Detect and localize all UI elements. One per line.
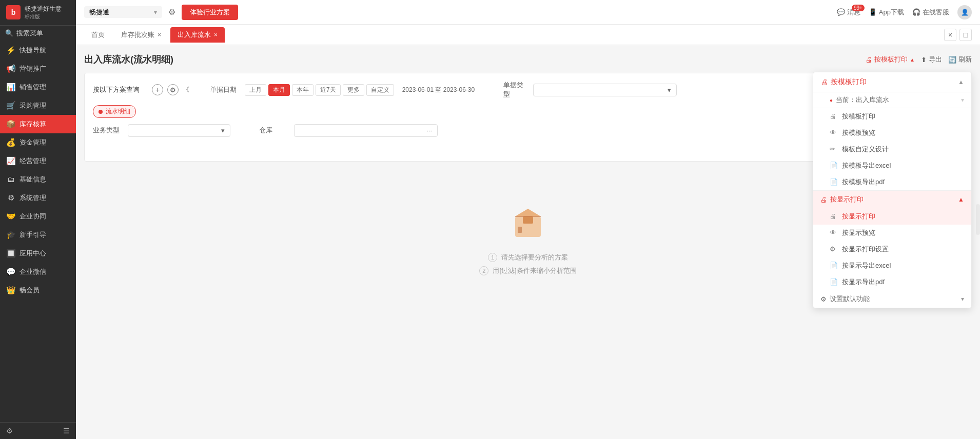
print-item-icon: 🖨 xyxy=(830,112,838,121)
industry-solution-button[interactable]: 体验行业方案 xyxy=(182,5,238,20)
pdf-item-icon: 📄 xyxy=(830,178,838,186)
sidebar-item-wechat[interactable]: 💬 企业微信 xyxy=(0,263,76,281)
tabs-bar: 首页 库存批次账 × 出入库流水 × × □ xyxy=(76,25,980,45)
sidebar-logo: b 畅捷通好生意 标准版 xyxy=(0,0,76,26)
date-btn-this-year[interactable]: 本年 xyxy=(292,84,313,96)
wechat-icon: 💬 xyxy=(6,267,15,276)
dropdown-section-2-header[interactable]: 🖨 按显示打印 ▲ xyxy=(813,191,971,208)
dropdown-item-template-export-excel[interactable]: 📄 按模板导出excel xyxy=(813,157,971,174)
sidebar-item-marketing[interactable]: 📢 营销推广 xyxy=(0,59,76,78)
dropdown-title: 🖨 按模板打印 xyxy=(820,77,867,87)
tab-flow-detail-close[interactable]: × xyxy=(214,31,218,38)
export-button[interactable]: ⬆ 导出 xyxy=(921,55,942,64)
dropdown-item-template-print[interactable]: 🖨 按模板打印 xyxy=(813,108,971,125)
tab-batch-account-label: 库存批次账 xyxy=(121,30,154,39)
member-icon: 👑 xyxy=(6,286,15,295)
topbar-search-wrap[interactable]: ▾ xyxy=(84,6,162,18)
display-preview-icon: 👁 xyxy=(830,229,838,237)
doc-type-label: 单据类型 xyxy=(503,81,529,99)
tab-maximize-button[interactable]: □ xyxy=(959,29,972,41)
page-title: 出入库流水(流水明细) xyxy=(84,53,173,66)
dropdown-item-display-export-excel[interactable]: 📄 按显示导出excel xyxy=(813,257,971,274)
app-download-label: App下载 xyxy=(879,8,904,17)
tab-close-page-button[interactable]: × xyxy=(944,29,956,41)
sidebar-item-finance[interactable]: 💰 资金管理 xyxy=(0,133,76,152)
filter-query-label: 按以下方案查询 xyxy=(93,85,140,94)
filter-controls: + ⚙ 《 xyxy=(152,84,189,95)
system-icon: ⚙ xyxy=(6,193,15,203)
filter-add-button[interactable]: + xyxy=(152,84,163,95)
message-button[interactable]: 💬 消息 99+ xyxy=(837,8,860,17)
tab-home[interactable]: 首页 xyxy=(84,27,112,43)
empty-step-1: 1 请先选择要分析的方案 xyxy=(488,253,568,262)
app-brand: 畅捷通好生意 标准版 xyxy=(25,5,62,20)
dropdown-chevron-up[interactable]: ▲ xyxy=(958,78,964,86)
date-btn-custom[interactable]: 自定义 xyxy=(366,84,394,96)
sidebar-item-inventory[interactable]: 📦 库存核算 xyxy=(0,115,76,133)
date-btn-7days[interactable]: 近7天 xyxy=(316,84,341,96)
print-icon-dropdown: 🖨 xyxy=(820,78,828,86)
app-download-button[interactable]: 📱 App下载 xyxy=(869,8,904,17)
sidebar-item-system[interactable]: ⚙ 系统管理 xyxy=(0,189,76,207)
sidebar-item-member[interactable]: 👑 畅会员 xyxy=(0,281,76,300)
dropdown-current: ● 当前：出入库流水 xyxy=(830,95,889,105)
date-btn-more[interactable]: 更多 xyxy=(343,84,364,96)
sidebar-item-collab[interactable]: 🤝 企业协同 xyxy=(0,207,76,226)
tab-flow-detail-label: 出入库流水 xyxy=(178,30,211,39)
sidebar-item-purchase[interactable]: 🛒 采购管理 xyxy=(0,96,76,115)
topbar-search-input[interactable] xyxy=(89,8,151,16)
sidebar-item-basic-info[interactable]: 🗂 基础信息 xyxy=(0,170,76,189)
empty-box-svg xyxy=(505,198,551,245)
tab-batch-account[interactable]: 库存批次账 × xyxy=(114,27,168,43)
topbar-gear-icon[interactable]: ⚙ xyxy=(168,7,175,17)
sidebar-item-quick-nav[interactable]: ⚡ 快捷导航 xyxy=(0,41,76,59)
chevron-down-icon: ▾ xyxy=(221,127,225,134)
dropdown-item-display-print-settings[interactable]: ⚙ 按显示打印设置 xyxy=(813,241,971,257)
sidebar-item-app-center[interactable]: 🔲 应用中心 xyxy=(0,244,76,263)
tab-flow-detail[interactable]: 出入库流水 × xyxy=(170,27,225,43)
business-type-label: 业务类型 xyxy=(93,126,124,135)
display-print-icon: 🖨 xyxy=(830,212,838,221)
template-print-dropdown: 🖨 按模板打印 ▲ ● 当前：出入库流水 ▾ 🖨 按模板打印 👁 按模板预览 xyxy=(813,72,972,308)
business-type-select[interactable]: ▾ xyxy=(128,124,230,137)
warehouse-select[interactable]: ··· xyxy=(294,124,438,137)
print-icon: 🖨 xyxy=(866,56,872,64)
refresh-button[interactable]: 🔄 刷新 xyxy=(948,55,972,64)
excel-item-icon: 📄 xyxy=(830,162,838,170)
dropdown-item-template-export-pdf[interactable]: 📄 按模板导出pdf xyxy=(813,174,971,190)
template-print-button[interactable]: 🖨 按模板打印 ▲ xyxy=(866,55,915,64)
sidebar-gear-button[interactable]: ⚙ xyxy=(6,427,13,435)
date-label: 单据日期 xyxy=(210,85,241,94)
avatar[interactable]: 👤 xyxy=(957,5,972,19)
dropdown-item-display-preview[interactable]: 👁 按显示预览 xyxy=(813,225,971,241)
filter-collapse-button[interactable]: 《 xyxy=(183,85,189,94)
date-btn-last-month[interactable]: 上月 xyxy=(245,84,266,96)
sidebar-item-operations[interactable]: 📈 经营管理 xyxy=(0,152,76,170)
warehouse-more-icon: ··· xyxy=(426,127,432,134)
online-service-button[interactable]: 🎧 在线客服 xyxy=(912,8,949,17)
date-btn-this-month[interactable]: 本月 xyxy=(268,84,290,96)
dropdown-item-display-print[interactable]: 🖨 按显示打印 xyxy=(813,208,971,225)
svg-rect-2 xyxy=(523,216,533,224)
filter-cog-button[interactable]: ⚙ xyxy=(167,84,179,95)
date-filter-group: 单据日期 上月 本月 本年 近7天 更多 自定义 2023-06-01 至 20… xyxy=(210,84,475,96)
tab-batch-account-close[interactable]: × xyxy=(158,31,161,38)
chevron-down-icon: ▾ xyxy=(154,9,157,16)
flow-detail-tag[interactable]: 流水明细 xyxy=(93,105,136,118)
basic-info-icon: 🗂 xyxy=(6,175,15,184)
sidebar-item-sales[interactable]: 📊 销售管理 xyxy=(0,78,76,96)
preview-item-icon: 👁 xyxy=(830,129,838,137)
dropdown-item-template-design[interactable]: ✏ 模板自定义设计 xyxy=(813,141,971,157)
sidebar-item-beginner[interactable]: 🎓 新手引导 xyxy=(0,226,76,244)
sidebar-item-search[interactable]: 🔍 搜索菜单 xyxy=(0,26,76,41)
dropdown-footer[interactable]: ⚙ 设置默认功能 ▾ xyxy=(813,290,971,308)
step-number-2: 2 xyxy=(479,266,488,275)
doc-type-select[interactable]: ▾ xyxy=(533,84,677,96)
close-page-icon: × xyxy=(948,31,952,39)
quick-nav-icon: ⚡ xyxy=(6,46,15,55)
dropdown-item-template-preview[interactable]: 👁 按模板预览 xyxy=(813,125,971,141)
tag-dot xyxy=(99,110,103,114)
sidebar-menu-toggle-button[interactable]: ☰ xyxy=(63,427,70,435)
dropdown-item-display-export-pdf[interactable]: 📄 按显示导出pdf xyxy=(813,274,971,290)
dropdown-current-chevron: ▾ xyxy=(961,96,964,104)
